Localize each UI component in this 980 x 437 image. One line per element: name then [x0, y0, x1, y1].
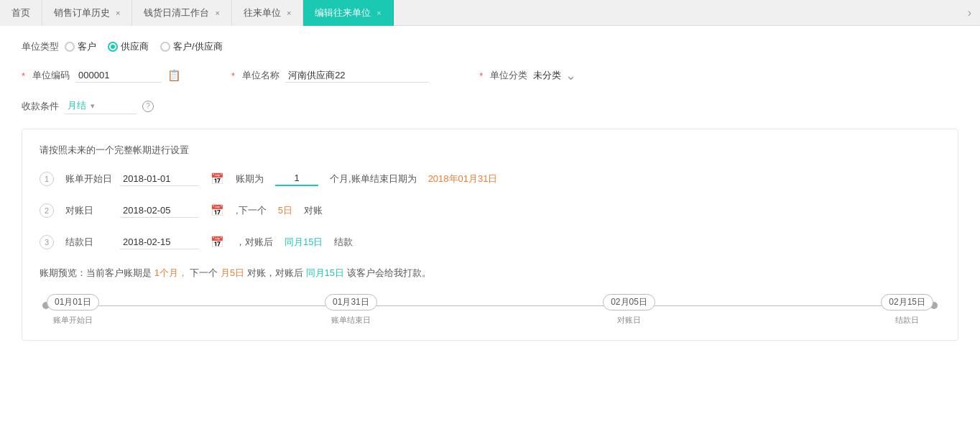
step-2-cal-icon[interactable]: 📅: [211, 204, 224, 217]
preview-orange2: 月5日: [221, 267, 244, 278]
step-1-mid-text: 账期为: [236, 172, 264, 185]
unit-type-group: 单位类型 客户 供应商 客户/供应商: [22, 40, 223, 53]
step-1-label: 账单开始日: [65, 172, 108, 185]
timeline-node-4: 02月15日 结款日: [881, 294, 933, 326]
tab-partner-close[interactable]: ×: [287, 9, 291, 17]
step-2-suffix-pre: ,下一个: [236, 204, 267, 217]
tab-partner[interactable]: 往来单位 ×: [232, 0, 303, 26]
step-3-suffix-post: 结款: [334, 236, 353, 249]
timeline-badge-4: 02月15日: [881, 294, 933, 310]
tab-edit-partner-close[interactable]: ×: [376, 9, 381, 17]
radio-group: 客户 供应商 客户/供应商: [65, 40, 223, 53]
tabs-bar: 首页 销售订单历史 × 钱货日清工作台 × 往来单位 × 编辑往来单位 × ›: [0, 0, 980, 26]
category-arrow-icon: ⌄: [565, 68, 576, 83]
step-1-num: 1: [40, 172, 54, 186]
tab-sales-history[interactable]: 销售订单历史 ×: [42, 0, 132, 26]
timeline-label-2: 账单结束日: [331, 315, 371, 326]
name-group: * 单位名称: [231, 68, 429, 83]
radio-customer-label: 客户: [78, 40, 96, 53]
timeline-badge-3: 02月05日: [603, 294, 655, 310]
payment-group: 收款条件 月结 ▾ ?: [22, 98, 154, 114]
code-copy-icon[interactable]: 📋: [167, 69, 181, 82]
timeline-badge-2: 01月31日: [325, 294, 377, 310]
preview-mid2: 对账，对账后: [247, 267, 303, 278]
timeline-wrapper: 01月01日 账单开始日 01月31日 账单结束日 02月05日 对账: [40, 294, 940, 326]
preview-end: 该客户会给我打款。: [347, 267, 431, 278]
radio-both[interactable]: 客户/供应商: [160, 40, 223, 53]
step-2-date-input[interactable]: [120, 203, 199, 218]
timeline-container: 01月01日 账单开始日 01月31日 账单结束日 02月05日 对账: [47, 294, 933, 326]
step-1-period-input[interactable]: [275, 171, 318, 186]
step-2-suffix-post: 对账: [304, 204, 323, 217]
radio-supplier-label: 供应商: [121, 40, 149, 53]
tab-partner-label: 往来单位: [244, 6, 281, 19]
timeline-node-1: 01月01日 账单开始日: [47, 294, 99, 326]
radio-customer[interactable]: 客户: [65, 40, 96, 53]
category-group: * 单位分类 未分类 ⌄: [479, 68, 619, 83]
step-1-end-date: 2018年01月31日: [428, 172, 498, 185]
tab-sales-history-label: 销售订单历史: [54, 6, 110, 19]
unit-type-row: 单位类型 客户 供应商 客户/供应商: [22, 40, 958, 53]
name-input[interactable]: [285, 68, 429, 83]
step-3-date-input[interactable]: [120, 235, 199, 249]
payment-help-icon[interactable]: ?: [142, 101, 154, 112]
tab-sales-history-close[interactable]: ×: [116, 9, 120, 17]
tab-edit-partner[interactable]: 编辑往来单位 ×: [303, 0, 393, 26]
radio-supplier-circle: [108, 42, 118, 52]
radio-both-label: 客户/供应商: [173, 40, 223, 53]
preview-teal: 同月15日: [306, 267, 344, 278]
code-group: * 单位编码 📋: [22, 68, 181, 83]
category-value: 未分类: [533, 69, 561, 82]
name-star: *: [231, 70, 235, 81]
timeline-label-1: 账单开始日: [53, 315, 93, 326]
step-3-row: 3 结款日 📅 ，对账后 同月15日 结款: [40, 235, 940, 249]
step-2-suffix-orange: 5日: [278, 204, 292, 217]
step-1-cal-icon[interactable]: 📅: [211, 172, 224, 185]
preview-mid: 下一个: [190, 267, 218, 278]
radio-customer-circle: [65, 42, 75, 52]
card-title: 请按照未来的一个完整帐期进行设置: [40, 144, 940, 157]
code-label: 单位编码: [32, 69, 70, 82]
tab-cashflow[interactable]: 钱货日清工作台 ×: [132, 0, 231, 26]
code-input[interactable]: [75, 68, 162, 83]
timeline-label-4: 结款日: [895, 315, 919, 326]
radio-supplier[interactable]: 供应商: [108, 40, 149, 53]
category-label: 单位分类: [490, 69, 527, 82]
step-1-date-input[interactable]: [120, 172, 199, 186]
preview-text: 账期预览：当前客户账期是 1个月， 下一个 月5日 对账，对账后 同月15日 该…: [40, 267, 940, 280]
payment-row: 收款条件 月结 ▾ ?: [22, 98, 958, 114]
category-star: *: [479, 70, 483, 81]
step-2-label: 对账日: [65, 204, 108, 217]
step-3-suffix-pre: ，对账后: [236, 236, 273, 249]
step-2-row: 2 对账日 📅 ,下一个 5日 对账: [40, 203, 940, 218]
payment-value: 月结: [68, 99, 86, 112]
settings-card: 请按照未来的一个完整帐期进行设置 1 账单开始日 📅 账期为 个月,账单结束日期…: [22, 129, 958, 341]
timeline-node-3: 02月05日 对账日: [603, 294, 655, 326]
timeline-label-3: 对账日: [617, 315, 641, 326]
timeline-line: [47, 305, 933, 306]
step-1-row: 1 账单开始日 📅 账期为 个月,账单结束日期为 2018年01月31日: [40, 171, 940, 186]
tab-edit-partner-label: 编辑往来单位: [315, 6, 371, 19]
step-3-cal-icon[interactable]: 📅: [211, 236, 224, 249]
category-dropdown[interactable]: 未分类 ⌄: [533, 68, 619, 83]
payment-label: 收款条件: [22, 100, 59, 113]
timeline-node-2: 01月31日 账单结束日: [325, 294, 377, 326]
step-3-num: 3: [40, 235, 54, 249]
radio-both-circle: [160, 42, 170, 52]
payment-arrow-icon: ▾: [91, 101, 95, 111]
tab-scroll-right[interactable]: ›: [959, 6, 980, 19]
step-3-label: 结款日: [65, 236, 108, 249]
tab-cashflow-label: 钱货日清工作台: [144, 6, 209, 19]
step-2-num: 2: [40, 203, 54, 218]
name-label: 单位名称: [242, 69, 279, 82]
step-3-suffix-teal: 同月15日: [285, 236, 323, 249]
tab-home[interactable]: 首页: [0, 0, 42, 26]
unit-type-label: 单位类型: [22, 40, 59, 53]
preview-orange1: 1个月，: [154, 267, 188, 278]
step-1-period-unit: 个月,账单结束日期为: [330, 172, 417, 185]
tab-cashflow-close[interactable]: ×: [215, 9, 219, 17]
preview-label: 账期预览：当前客户账期是: [40, 267, 152, 278]
timeline-badge-1: 01月01日: [47, 294, 99, 310]
code-name-cat-row: * 单位编码 📋 * 单位名称 * 单位分类 未分类 ⌄: [22, 68, 958, 83]
payment-select[interactable]: 月结 ▾: [65, 98, 137, 114]
